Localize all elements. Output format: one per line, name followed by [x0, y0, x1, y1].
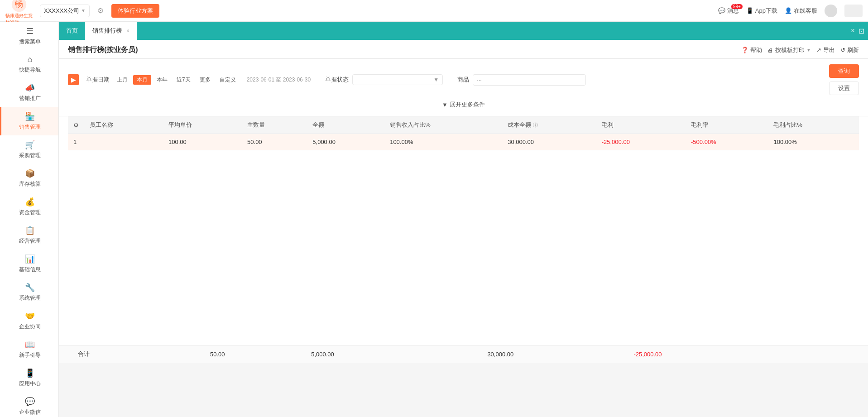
cell-gross-profit: -25,000.00 [596, 134, 686, 150]
trial-button[interactable]: 体验行业方案 [111, 4, 159, 18]
th-cost: 成本全额 ⓘ [502, 116, 596, 134]
app-download-label: App下载 [755, 7, 777, 15]
basic-info-icon: 📊 [25, 254, 35, 264]
sidebar-item-label: 搜索菜单 [19, 38, 41, 46]
print-button[interactable]: 🖨 按模板打印 ▼ [767, 46, 811, 54]
tab-bar: 首页 销售排行榜 × × ⊡ [59, 22, 868, 40]
column-settings-icon[interactable]: ⚙ [73, 122, 79, 129]
date-tab-custom[interactable]: 自定义 [216, 75, 240, 85]
table-row: 1 100.00 50.00 5,000.00 100.00% 30,000.0… [68, 134, 859, 150]
tab-sales-ranking[interactable]: 销售排行榜 × [85, 22, 137, 40]
app-center-icon: 📱 [25, 368, 35, 378]
th-avg-price: 平均单价 [163, 116, 242, 134]
status-filter-label: 单据状态 [325, 76, 349, 84]
company-selector[interactable]: XXXXXX公司 ▼ [40, 5, 90, 17]
tab-active-label: 销售排行榜 [92, 27, 122, 35]
cost-info-icon[interactable]: ⓘ [533, 122, 538, 128]
sidebar-item-search[interactable]: ☰ 搜索菜单 [0, 22, 58, 50]
sidebar-item-inventory[interactable]: 📦 库存核算 [0, 164, 58, 192]
sidebar-item-label: 营销推广 [19, 95, 41, 102]
footer-row: 合计 50.00 5,000.00 30,000.00 -25,000.00 [59, 345, 868, 363]
print-icon: 🖨 [767, 47, 773, 53]
goods-filter: 商品 ··· [457, 74, 586, 86]
message-badge: 99+ [731, 4, 743, 9]
sidebar-item-guide[interactable]: 📖 新手引导 [0, 335, 58, 364]
date-tabs: 上月 本月 本年 近7天 更多 自定义 [113, 75, 240, 85]
settings-button[interactable]: 设置 [829, 81, 859, 95]
goods-select[interactable]: ··· [473, 74, 586, 86]
purchase-icon: 🛒 [25, 140, 35, 150]
export-icon: ↗ [816, 47, 821, 53]
th-employee: 员工名称 [84, 116, 163, 134]
sidebar-item-enterprise[interactable]: 🤝 企业协同 [0, 307, 58, 335]
goods-ellipsis-icon[interactable]: ··· [477, 77, 482, 83]
settings-icon[interactable]: ⚙ [93, 4, 108, 18]
operations-icon: 📋 [25, 225, 35, 235]
message-button[interactable]: 💬 消息 99+ [718, 7, 739, 15]
date-range-text: 2023-06-01 至 2023-06-30 [247, 76, 311, 84]
refresh-label: 刷新 [847, 46, 859, 54]
empty-space [59, 150, 868, 345]
date-tab-this-year[interactable]: 本年 [153, 75, 171, 85]
cell-avg-price: 100.00 [163, 134, 242, 150]
svg-text:畅: 畅 [15, 0, 23, 9]
export-button[interactable]: ↗ 导出 [816, 46, 835, 54]
filter-expand-icon[interactable]: ▶ [68, 74, 79, 85]
company-chevron-icon: ▼ [81, 8, 86, 13]
th-gross-rate: 毛利率 [686, 116, 768, 134]
filter-area: ▶ 单据日期 上月 本月 本年 近7天 更多 自定义 [59, 59, 868, 116]
expand-more-button[interactable]: ▼ 展开更多条件 [442, 99, 485, 110]
sidebar-item-operations[interactable]: 📋 经营管理 [0, 221, 58, 249]
footer-bar: 合计 50.00 5,000.00 30,000.00 -25,000.00 [59, 345, 868, 363]
cell-gross-ratio: 100.00% [768, 134, 859, 150]
online-service-button[interactable]: 👤 在线客服 [785, 7, 817, 15]
system-icon: 🔧 [25, 283, 35, 292]
tab-close-icon[interactable]: × [126, 28, 129, 34]
footer-table: 合计 50.00 5,000.00 30,000.00 -25,000.00 [59, 345, 868, 363]
date-range-display: 2023-06-01 至 2023-06-30 [247, 76, 311, 84]
sidebar-item-system[interactable]: 🔧 系统管理 [0, 278, 58, 307]
avatar[interactable] [825, 5, 837, 17]
sidebar-item-finance[interactable]: 💰 资金管理 [0, 192, 58, 221]
footer-cell-empty [59, 345, 72, 363]
guide-icon: 📖 [25, 340, 35, 350]
search-icon: ☰ [26, 26, 34, 36]
sidebar-item-basic-info[interactable]: 📊 基础信息 [0, 249, 58, 278]
print-chevron-icon: ▼ [806, 48, 811, 53]
enterprise-icon: 🤝 [25, 311, 35, 321]
sidebar-item-marketing[interactable]: 📣 营销推广 [0, 78, 58, 107]
status-select[interactable]: ▼ [352, 74, 443, 85]
page-actions: ❓ 帮助 🖨 按模板打印 ▼ ↗ 导出 ↺ [741, 46, 859, 54]
logo-icon: 畅 [11, 0, 27, 13]
app-download-icon: 📱 [746, 7, 753, 14]
tab-window-restore-icon[interactable]: ⊡ [858, 27, 864, 35]
date-tab-this-month[interactable]: 本月 [133, 75, 151, 85]
footer-sales-ratio [439, 345, 482, 363]
app-download-button[interactable]: 📱 App下载 [746, 7, 777, 15]
sidebar-item-sales[interactable]: 🏪 销售管理 [0, 107, 58, 135]
sidebar-item-wechat[interactable]: 💬 企业微信 [0, 392, 58, 417]
sidebar-item-label: 应用中心 [19, 380, 41, 388]
refresh-button[interactable]: ↺ 刷新 [840, 46, 859, 54]
tab-window-close-icon[interactable]: × [851, 27, 855, 35]
footer-gross-profit: -25,000.00 [628, 345, 782, 363]
cell-sales-ratio: 100.00% [384, 134, 502, 150]
refresh-icon: ↺ [840, 47, 845, 53]
wechat-icon: 💬 [25, 397, 35, 407]
company-name: XXXXXX公司 [44, 7, 79, 15]
sidebar-item-label: 基础信息 [19, 266, 41, 273]
query-button[interactable]: 查询 [829, 64, 859, 78]
th-settings: ⚙ [68, 116, 84, 134]
date-tab-last-7-days[interactable]: 近7天 [173, 75, 194, 85]
tab-home[interactable]: 首页 [59, 22, 85, 40]
sidebar-item-label: 企业微信 [19, 408, 41, 416]
sidebar-item-label: 新手引导 [19, 351, 41, 359]
date-tab-more[interactable]: 更多 [196, 75, 214, 85]
date-tab-last-month[interactable]: 上月 [113, 75, 131, 85]
user-name[interactable] [844, 5, 863, 17]
sidebar-item-app-center[interactable]: 📱 应用中心 [0, 364, 58, 392]
sidebar-item-purchase[interactable]: 🛒 采购管理 [0, 135, 58, 164]
sidebar-item-quick-nav[interactable]: ⌂ 快捷导航 [0, 50, 58, 78]
home-icon: ⌂ [28, 55, 33, 64]
help-button[interactable]: ❓ 帮助 [741, 46, 762, 54]
